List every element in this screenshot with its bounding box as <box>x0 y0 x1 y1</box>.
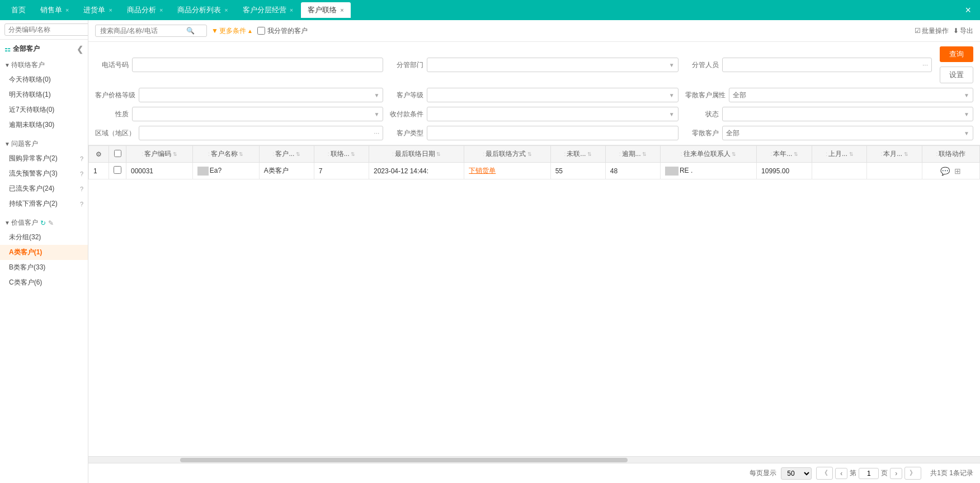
filter-row-dept: 分管部门 ▼ <box>390 46 678 83</box>
close-all-icon[interactable]: × <box>960 4 976 16</box>
table-header-11[interactable]: :本年... ⇅ <box>757 146 812 163</box>
filter-row-phone: 电话号码 <box>95 46 383 83</box>
query-btn[interactable]: 查询 <box>940 46 973 62</box>
table-header-0[interactable]: ⚙ <box>89 146 109 163</box>
page-nav: 《 ‹ 第 页 › 》 <box>816 467 921 480</box>
close-tab-sales-icon[interactable]: × <box>65 7 69 13</box>
sidebar-section-title[interactable]: ▼ 待联络客户 <box>0 58 88 72</box>
customer-level-select[interactable]: ▼ <box>427 88 678 102</box>
sidebar-item[interactable]: B类客户(33) <box>0 260 88 275</box>
my-customer-checkbox[interactable] <box>257 27 265 35</box>
person-select[interactable]: ··· <box>722 58 932 72</box>
nav-tab-analysis-list[interactable]: 商品分析列表× <box>171 2 234 18</box>
nav-tab-purchase[interactable]: 进货单× <box>77 2 119 18</box>
sidebar-item-label: 近7天待联络(0) <box>9 105 54 115</box>
sidebar-item[interactable]: 囤购异常客户(2)? <box>0 151 88 166</box>
setting-btn[interactable]: 设置 <box>940 67 973 83</box>
page-input[interactable] <box>859 468 879 479</box>
contact-method-link[interactable]: 下销货单 <box>469 167 496 174</box>
nav-tab-home[interactable]: 首页 <box>4 2 32 18</box>
retail-select[interactable]: 全部▼ <box>722 126 973 140</box>
close-tab-analysis-list-icon[interactable]: × <box>224 7 228 13</box>
table-header-1[interactable] <box>109 146 126 163</box>
grid-action-icon[interactable]: ⊞ <box>954 167 961 176</box>
sort-icon: ⇅ <box>435 151 441 157</box>
last-page-btn[interactable]: 》 <box>904 467 921 480</box>
table-header-5[interactable]: :联络... ⇅ <box>314 146 369 163</box>
retail-attr-select[interactable]: 全部▼ <box>729 88 973 102</box>
sidebar-section-title[interactable]: ▼ 问题客户 <box>0 137 88 151</box>
more-filter-btn[interactable]: ▼ 更多条件 ▲ <box>211 26 253 36</box>
scroll-thumb[interactable] <box>180 458 628 462</box>
table-header-14[interactable]: :联络动作 <box>922 146 979 163</box>
sidebar-item[interactable]: 未分组(32) <box>0 230 88 245</box>
edit-icon[interactable]: ✎ <box>48 219 54 227</box>
close-tab-customer-contact-icon[interactable]: × <box>340 7 343 13</box>
page-size-select[interactable]: 50 100 <box>781 467 812 480</box>
sidebar-item[interactable]: 近7天待联络(0) <box>0 102 88 117</box>
dept-select[interactable]: ▼ <box>427 58 678 72</box>
nav-tab-sales[interactable]: 销售单× <box>34 2 76 18</box>
close-tab-purchase-icon[interactable]: × <box>109 7 112 13</box>
table-header-9[interactable]: :逾期... ⇅ <box>605 146 660 163</box>
sidebar-all-customers[interactable]: ⚏ 全部客户 ❮ <box>0 40 88 56</box>
select-all-checkbox[interactable] <box>114 150 121 157</box>
region-select[interactable]: ··· <box>139 126 383 140</box>
payment-select[interactable]: ▼ <box>427 107 678 121</box>
table-header-8[interactable]: :未联... ⇅ <box>550 146 605 163</box>
table-header-3[interactable]: :客户名称 ⇅ <box>192 146 259 163</box>
first-page-btn[interactable]: 《 <box>816 467 833 480</box>
sidebar-item[interactable]: A类客户(1) <box>0 245 88 260</box>
row-checkbox[interactable] <box>114 166 121 174</box>
filter-row-price-level: 客户价格等级 ▼ <box>95 88 383 102</box>
prev-page-btn[interactable]: ‹ <box>835 468 847 479</box>
status-select[interactable]: ▼ <box>722 107 973 121</box>
table-header-4[interactable]: :客户... ⇅ <box>259 146 314 163</box>
table-header-7[interactable]: :最后联络方式 ⇅ <box>464 146 550 163</box>
sidebar-item[interactable]: 流失预警客户(3)? <box>0 166 88 181</box>
filter-search-box: 🔍 <box>95 25 207 37</box>
settings-icon[interactable]: ⚙ <box>96 150 102 158</box>
scroll-bar-area[interactable] <box>88 456 980 463</box>
nav-tab-customer-contact[interactable]: 客户联络× <box>301 2 350 18</box>
col-resize-icon: : <box>826 151 827 157</box>
sidebar-item[interactable]: 持续下滑客户(2)? <box>0 196 88 211</box>
table-body: 1000031Ea?A类客户72023-04-12 14:44:下销货单5548… <box>89 163 980 179</box>
nature-select[interactable]: ▼ <box>132 107 383 121</box>
nav-tab-analysis[interactable]: 商品分析× <box>120 2 169 18</box>
adv-filter: 电话号码 分管部门 ▼ 分管人员 ··· 查询 设置 <box>88 42 980 145</box>
export-btn[interactable]: ⬇ 导出 <box>953 26 973 36</box>
search-icon[interactable]: 🔍 <box>186 27 195 35</box>
price-level-select[interactable]: ▼ <box>139 88 383 102</box>
filter-row-customer-level: 客户等级 ▼ <box>390 88 678 102</box>
nav-tab-customer-layer[interactable]: 客户分层经营× <box>236 2 300 18</box>
sidebar-item[interactable]: 明天待联络(1) <box>0 87 88 102</box>
row-uncontacted: 55 <box>550 163 605 179</box>
table-header-2[interactable]: :客户编码 ⇅ <box>126 146 193 163</box>
sidebar-item[interactable]: 逾期未联络(30) <box>0 117 88 132</box>
sidebar-item[interactable]: C类客户(6) <box>0 275 88 290</box>
row-code: 000031 <box>126 163 193 179</box>
table-header-10[interactable]: :往来单位联系人 ⇅ <box>660 146 756 163</box>
next-page-btn[interactable]: › <box>890 468 902 479</box>
table-header-13[interactable]: :本月... ⇅ <box>867 146 922 163</box>
chat-action-icon[interactable]: 💬 <box>940 167 950 176</box>
col-label: 最后联络方式 <box>486 150 526 158</box>
sidebar-item[interactable]: 今天待联络(0) <box>0 72 88 87</box>
table-header-12[interactable]: :上月... ⇅ <box>812 146 867 163</box>
sidebar-section-title[interactable]: ▼ 价值客户 ↻✎ <box>0 216 88 230</box>
close-tab-customer-layer-icon[interactable]: × <box>290 7 293 13</box>
customer-table: ⚙:客户编码 ⇅:客户名称 ⇅:客户... ⇅:联络... ⇅:最后联络日期 ⇅… <box>88 145 980 179</box>
col-resize-icon: : <box>392 151 394 157</box>
sidebar-item[interactable]: 已流失客户(24)? <box>0 181 88 196</box>
sidebar-collapse-icon[interactable]: ❮ <box>77 45 83 54</box>
batch-op-btn[interactable]: ☑ 批量操作 <box>915 26 949 36</box>
phone-input[interactable] <box>132 58 383 72</box>
sidebar-search-input[interactable] <box>4 23 88 36</box>
refresh-icon[interactable]: ↻ <box>40 219 46 227</box>
person-label: 分管人员 <box>685 60 719 70</box>
search-input[interactable] <box>100 27 184 35</box>
customer-type-input[interactable] <box>427 126 678 140</box>
close-tab-analysis-icon[interactable]: × <box>159 7 163 13</box>
table-header-6[interactable]: :最后联络日期 ⇅ <box>369 146 464 163</box>
